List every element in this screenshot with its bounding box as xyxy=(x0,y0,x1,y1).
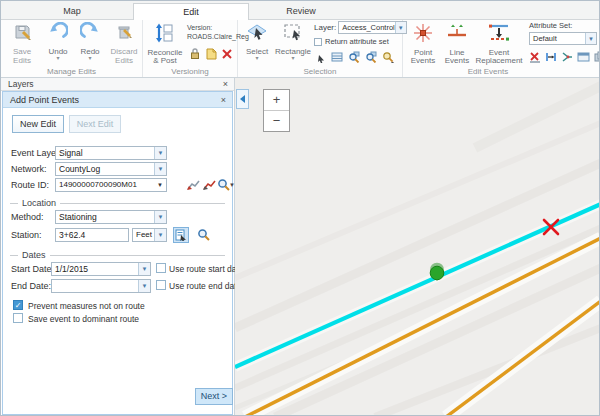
calendar-dropdown-icon[interactable]: ▼ xyxy=(138,280,150,292)
point-events-icon xyxy=(407,22,439,48)
use-route-start-date-checkbox[interactable] xyxy=(156,263,166,273)
event-layer-dropdown[interactable]: Signal ▼ xyxy=(55,146,167,160)
retire-event-icon[interactable] xyxy=(529,49,541,67)
pick-station-on-map-button[interactable] xyxy=(173,227,189,243)
save-to-dominant-route-checkbox[interactable] xyxy=(13,313,23,323)
group-selection: Select ▾ Rectangle ▾ Layer: Access_Contr… xyxy=(238,20,403,77)
lock-version-icon[interactable] xyxy=(189,46,201,64)
select-features-icon[interactable] xyxy=(314,49,326,67)
end-date-label: End Date: xyxy=(11,281,51,291)
line-events-button[interactable]: LineEvents xyxy=(441,22,473,65)
select-route-from-selection-button[interactable] xyxy=(201,177,217,193)
chevron-down-icon[interactable]: ▼ xyxy=(154,229,166,241)
redo-dropdown-caret[interactable]: ▾ xyxy=(75,56,105,61)
version-info: Version: ROADS.Claire_Reg xyxy=(187,23,243,41)
left-panel: Layers × Add Point Events × New Edit Nex… xyxy=(1,78,235,416)
new-edit-button[interactable]: New Edit xyxy=(12,115,64,133)
zoom-to-selection-icon[interactable] xyxy=(348,49,360,67)
undo-button[interactable]: Undo ▾ xyxy=(43,22,73,61)
attribute-set-label: Attribute Set: xyxy=(529,21,597,30)
layer-label: Layer: xyxy=(314,23,336,32)
location-section-header: Location xyxy=(3,198,232,208)
merge-events-icon[interactable] xyxy=(561,49,573,67)
chevron-down-icon[interactable]: ▼ xyxy=(154,163,166,175)
network-label: Network: xyxy=(11,164,47,174)
delete-version-icon[interactable] xyxy=(221,46,233,64)
rectangle-dropdown-caret[interactable]: ▾ xyxy=(274,56,312,61)
pane-title: Add Point Events xyxy=(10,95,79,105)
group-versioning: Reconcile& Post Version: ROADS.Claire_Re… xyxy=(143,20,238,77)
pan-to-selection-icon[interactable] xyxy=(365,49,377,67)
point-events-button[interactable]: PointEvents xyxy=(407,22,439,65)
tab-map[interactable]: Map xyxy=(29,3,115,20)
station-input[interactable]: 3+62.4 xyxy=(55,228,129,242)
zoom-to-station-button[interactable] xyxy=(196,227,212,243)
select-route-on-map-button[interactable] xyxy=(185,177,201,193)
group-manage-edits: Save Edits Undo ▾ Redo ▾ Discar xyxy=(1,20,143,77)
method-dropdown[interactable]: Stationing ▼ xyxy=(55,210,167,224)
save-icon xyxy=(3,22,41,46)
ribbon-tab-bar: Map Edit Review xyxy=(1,1,599,20)
tab-edit[interactable]: Edit xyxy=(133,3,249,20)
attribute-set-dropdown[interactable]: Default ▼ xyxy=(529,32,597,45)
select-dropdown-caret[interactable]: ▾ xyxy=(241,56,273,61)
reconcile-post-button[interactable]: Reconcile& Post xyxy=(145,22,185,65)
undo-icon xyxy=(43,22,73,46)
next-button[interactable]: Next > xyxy=(195,388,233,405)
event-replacement-icon xyxy=(473,22,525,48)
end-date-input[interactable]: ▼ xyxy=(51,279,151,293)
route-id-combobox[interactable]: 14900000700090M01 ▼ xyxy=(55,178,167,192)
event-replacement-button[interactable]: EventReplacement xyxy=(473,22,525,65)
select-cursor-icon xyxy=(241,22,273,46)
chevron-left-icon xyxy=(240,95,245,103)
layer-dropdown[interactable]: Access_Control ▼ xyxy=(338,21,407,34)
close-icon[interactable]: × xyxy=(223,78,228,91)
collapse-panel-button[interactable] xyxy=(236,89,249,109)
close-icon[interactable]: × xyxy=(221,92,226,108)
reconcile-icon xyxy=(145,22,185,48)
rectangle-select-icon xyxy=(274,22,312,46)
undo-dropdown-caret[interactable]: ▾ xyxy=(43,56,73,61)
ribbon: Save Edits Undo ▾ Redo ▾ Discar xyxy=(1,20,599,78)
rectangle-select-button[interactable]: Rectangle ▾ xyxy=(274,22,312,61)
select-button[interactable]: Select ▾ xyxy=(241,22,273,61)
redo-button[interactable]: Redo ▾ xyxy=(75,22,105,61)
event-attributes-icon[interactable] xyxy=(577,49,590,67)
map-zoom-control: + − xyxy=(263,89,290,132)
chevron-down-icon[interactable]: ▼ xyxy=(585,33,596,44)
group-edit-events: PointEvents LineEvents EventReplacement … xyxy=(403,20,600,77)
chevron-down-icon[interactable]: ▼ xyxy=(154,179,166,191)
layers-pane-title: Layers xyxy=(8,79,34,89)
return-attribute-set-checkbox[interactable] xyxy=(314,38,322,46)
map-canvas[interactable]: + − xyxy=(235,78,600,416)
start-date-input[interactable]: 1/1/2015 ▼ xyxy=(51,262,151,276)
method-label: Method: xyxy=(11,212,44,222)
zoom-out-button[interactable]: − xyxy=(264,111,289,132)
chevron-down-icon[interactable]: ▼ xyxy=(154,211,166,223)
route-id-label: Route ID: xyxy=(11,180,49,190)
road-line-1 xyxy=(245,238,600,416)
prevent-measures-checkbox[interactable] xyxy=(13,300,23,310)
use-route-end-date-checkbox[interactable] xyxy=(156,280,166,290)
line-events-icon xyxy=(441,22,473,48)
trash-icon xyxy=(105,22,143,46)
event-point-marker xyxy=(430,263,444,281)
tab-review[interactable]: Review xyxy=(257,3,345,20)
new-version-icon[interactable] xyxy=(205,46,217,64)
discard-edits-button[interactable]: Discard Edits xyxy=(105,22,143,65)
next-edit-button[interactable]: Next Edit xyxy=(69,115,121,133)
chevron-down-icon[interactable]: ▼ xyxy=(154,147,166,159)
copy-events-icon[interactable] xyxy=(594,49,600,67)
split-event-icon[interactable] xyxy=(545,49,557,67)
clear-selection-icon[interactable] xyxy=(382,49,394,67)
network-dropdown[interactable]: CountyLog ▼ xyxy=(55,162,167,176)
redo-icon xyxy=(75,22,105,46)
calendar-dropdown-icon[interactable]: ▼ xyxy=(138,263,150,275)
attributes-table-icon[interactable] xyxy=(331,49,343,67)
road-line-2 xyxy=(446,301,600,416)
start-date-label: Start Date: xyxy=(11,264,54,274)
station-unit-dropdown[interactable]: Feet ▼ xyxy=(132,228,167,242)
zoom-in-button[interactable]: + xyxy=(264,90,289,111)
save-edits-button[interactable]: Save Edits xyxy=(3,22,41,65)
dates-section-header: Dates xyxy=(3,250,232,260)
